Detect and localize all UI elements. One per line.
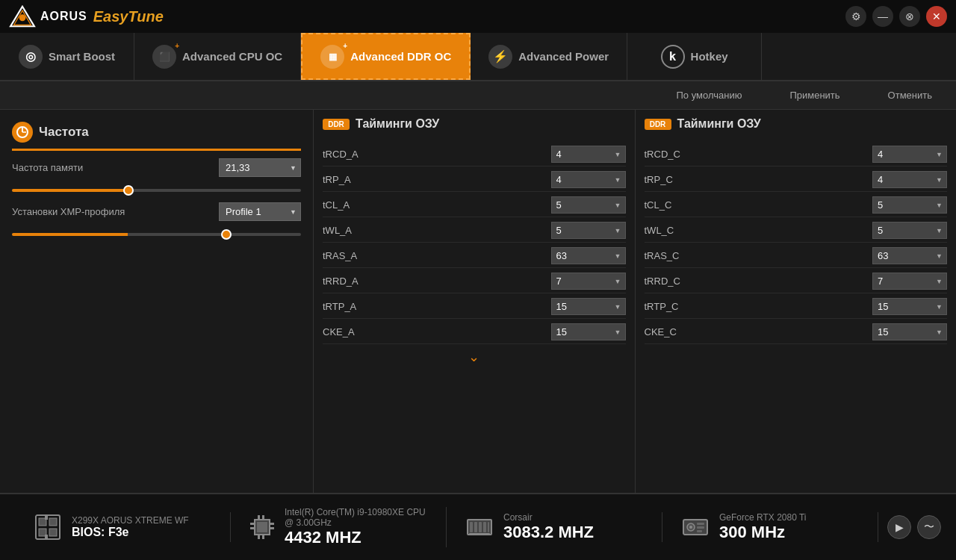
xmp-dropdown[interactable]: Profile 1 Profile 2 Auto <box>219 202 301 221</box>
timing-dropdown-wrapper-a-5: 7 <box>551 273 626 290</box>
xmp-dropdown-wrapper: Profile 1 Profile 2 Auto <box>219 202 301 221</box>
status-cpu: Intel(R) Core(TM) i9-10980XE CPU @ 3.00G… <box>231 507 447 547</box>
title-bar-left: AORUS EasyTune <box>9 5 164 28</box>
play-button[interactable]: ▶ <box>887 515 911 539</box>
svg-rect-26 <box>479 522 482 532</box>
timing-label-c-5: tRRD_C <box>645 276 704 287</box>
timing-dropdown-a-7[interactable]: 15 <box>551 323 626 340</box>
timing-dropdown-c-4[interactable]: 63 <box>872 247 947 264</box>
svg-rect-29 <box>469 533 490 535</box>
timing-row-c-1: tRP_C 4 <box>645 168 948 192</box>
nav-advanced-ddr-oc[interactable]: + ▦ Advanced DDR OC <box>301 33 471 80</box>
ddr-badge-c: DDR <box>645 119 671 130</box>
svg-rect-19 <box>250 523 255 525</box>
ddr-panel-a: DDR Тайминги ОЗУ tRCD_A 4 tRP_A 4 tCL_A <box>314 110 636 493</box>
nav-hotkey[interactable]: k Hotkey <box>627 33 762 80</box>
timing-label-a-4: tRAS_A <box>323 250 382 261</box>
xmp-slider[interactable] <box>12 233 301 236</box>
motherboard-name: X299X AORUS XTREME WF <box>72 515 189 526</box>
status-ram: Corsair 3083.2 MHZ <box>447 512 662 542</box>
cpu-value: 4432 MHZ <box>285 528 428 547</box>
timing-dropdown-wrapper-a-0: 4 <box>551 146 626 163</box>
motherboard-icon <box>33 512 63 542</box>
scroll-chevron-a: ⌄ <box>468 349 479 365</box>
cpu-text: Intel(R) Core(TM) i9-10980XE CPU @ 3.00G… <box>285 507 428 547</box>
cancel-button[interactable]: Отменить <box>879 87 941 104</box>
nav-smart-boost[interactable]: ◎ Smart Boost <box>0 33 134 80</box>
settings-button[interactable]: ⚙ <box>845 6 866 27</box>
apply-button[interactable]: Применить <box>780 87 848 104</box>
close-button[interactable]: ✕ <box>926 6 947 27</box>
advanced-ddr-icon: + ▦ <box>320 45 344 69</box>
timing-label-c-0: tRCD_C <box>645 149 704 160</box>
main-content: Частота Частота памяти 21,33 26,67 Auto … <box>0 110 956 493</box>
minimize-button[interactable]: — <box>872 6 893 27</box>
svg-point-2 <box>19 14 26 21</box>
frequency-dropdown-wrapper: 21,33 26,67 Auto <box>219 158 301 177</box>
smart-boost-icon: ◎ <box>19 45 43 69</box>
svg-rect-20 <box>250 527 255 529</box>
timing-dropdown-a-0[interactable]: 4 <box>551 146 626 163</box>
default-button[interactable]: По умолчанию <box>668 87 751 104</box>
timing-dropdown-c-0[interactable]: 4 <box>872 146 947 163</box>
aorus-logo-icon <box>9 5 36 28</box>
status-motherboard: X299X AORUS XTREME WF BIOS: F3e <box>15 512 231 542</box>
timing-dropdown-a-2[interactable]: 5 <box>551 196 626 214</box>
timing-dropdown-a-6[interactable]: 15 <box>551 298 626 315</box>
ddr-panel-c-header: DDR Тайминги ОЗУ <box>645 117 948 135</box>
timing-dropdown-c-2[interactable]: 5 <box>872 196 947 214</box>
timing-label-c-4: tRAS_C <box>645 250 704 261</box>
timing-row-a-0: tRCD_A 4 <box>323 143 626 167</box>
timing-dropdown-wrapper-c-0: 4 <box>872 146 947 163</box>
motherboard-value: BIOS: F3e <box>72 526 189 539</box>
timing-dropdown-c-6[interactable]: 15 <box>872 298 947 315</box>
timing-label-c-6: tRTP_C <box>645 301 704 312</box>
left-panel: Частота Частота памяти 21,33 26,67 Auto … <box>0 110 314 493</box>
timing-dropdown-a-3[interactable]: 5 <box>551 222 626 239</box>
frequency-dropdown[interactable]: 21,33 26,67 Auto <box>219 158 301 177</box>
svg-rect-14 <box>257 522 267 532</box>
timing-dropdown-c-1[interactable]: 4 <box>872 171 947 188</box>
frequency-label: Частота памяти <box>12 162 83 173</box>
timing-row-a-5: tRRD_A 7 <box>323 270 626 293</box>
xbox-button[interactable]: ⊗ <box>899 6 920 27</box>
timing-dropdown-wrapper-c-3: 5 <box>872 222 947 239</box>
svg-rect-11 <box>45 515 48 520</box>
svg-rect-15 <box>258 515 260 520</box>
frequency-title: Частота <box>39 125 89 140</box>
ram-icon <box>465 512 494 542</box>
hotkey-icon: k <box>661 45 685 69</box>
frequency-slider[interactable] <box>12 189 301 192</box>
timing-dropdown-c-7[interactable]: 15 <box>872 323 947 340</box>
timing-dropdown-wrapper-c-4: 63 <box>872 247 947 264</box>
timing-dropdown-a-5[interactable]: 7 <box>551 273 626 290</box>
timing-row-a-4: tRAS_A 63 <box>323 244 626 268</box>
nav-advanced-power[interactable]: ⚡ Advanced Power <box>471 33 627 80</box>
timing-dropdown-a-1[interactable]: 4 <box>551 171 626 188</box>
timing-label-a-5: tRRD_A <box>323 276 382 287</box>
timing-dropdown-wrapper-a-4: 63 <box>551 247 626 264</box>
frequency-icon <box>12 122 33 143</box>
status-gpu: GeForce RTX 2080 Ti 300 MHz <box>662 512 878 542</box>
timing-dropdown-a-4[interactable]: 63 <box>551 247 626 264</box>
nav-advanced-power-label: Advanced Power <box>518 50 609 63</box>
timing-row-c-6: tRTP_C 15 <box>645 295 948 319</box>
svg-rect-18 <box>262 535 264 539</box>
svg-rect-33 <box>697 523 704 525</box>
timing-label-a-0: tRCD_A <box>323 149 382 160</box>
timing-dropdown-c-3[interactable]: 5 <box>872 222 947 239</box>
timing-label-a-2: tCL_A <box>323 199 382 211</box>
ddr-panel-a-title: Тайминги ОЗУ <box>356 117 439 131</box>
nav-advanced-cpu-oc[interactable]: + ⬛ Advanced CPU OC <box>134 33 301 80</box>
timing-row-a-2: tCL_A 5 <box>323 193 626 217</box>
timing-dropdown-wrapper-a-3: 5 <box>551 222 626 239</box>
timing-row-c-0: tRCD_C 4 <box>645 143 948 167</box>
advanced-cpu-icon: + ⬛ <box>152 45 176 69</box>
wave-button[interactable]: 〜 <box>917 515 941 539</box>
timing-dropdown-c-5[interactable]: 7 <box>872 273 947 290</box>
svg-rect-10 <box>49 529 57 536</box>
timings-a-list: tRCD_A 4 tRP_A 4 tCL_A 5 tWL_A <box>323 143 626 344</box>
timing-label-a-3: tWL_A <box>323 225 382 236</box>
logo-text: AORUS <box>40 10 87 23</box>
timing-row-c-2: tCL_C 5 <box>645 193 948 217</box>
